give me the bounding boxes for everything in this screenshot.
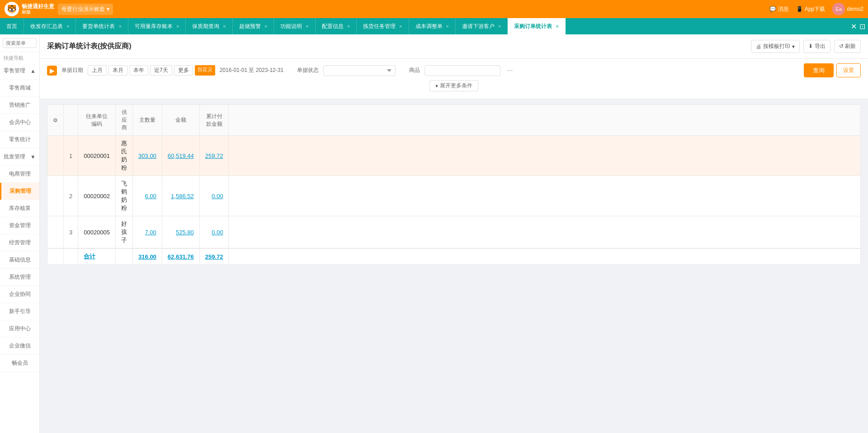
- btn-more-dates[interactable]: 更多: [174, 65, 193, 76]
- logo-area[interactable]: 🐯 畅捷通好生意 标版: [5, 2, 54, 16]
- tab-invite-customer[interactable]: 邀请下游客户 ×: [456, 18, 508, 34]
- action-buttons: 查询 设置: [804, 63, 861, 77]
- user-area[interactable]: Ea demo2: [832, 3, 863, 15]
- row-quantity[interactable]: 6.00: [133, 176, 162, 216]
- sidebar-item-retail-mgmt[interactable]: 零售管理 ▲: [0, 62, 39, 80]
- sidebar-item-retail-stats[interactable]: 零售统计: [0, 131, 39, 148]
- row-quantity[interactable]: 7.00: [133, 216, 162, 249]
- status-select[interactable]: [323, 65, 396, 76]
- date-range-display: 2016-01-01 至 2023-12-31: [220, 67, 283, 74]
- btn-this-month[interactable]: 本月: [108, 65, 127, 76]
- btn-this-year[interactable]: 本年: [129, 65, 148, 76]
- row-index: 1: [64, 136, 78, 176]
- tab-home[interactable]: 首页: [0, 18, 24, 34]
- sidebar-item-operation-mgmt[interactable]: 经营管理: [0, 234, 39, 252]
- search-input[interactable]: [3, 38, 37, 48]
- message-icon: 💬: [769, 6, 776, 12]
- sidebar-item-stock-check[interactable]: 库存核算: [0, 200, 39, 217]
- close-icon[interactable]: ×: [264, 24, 267, 29]
- row-index: 2: [64, 176, 78, 216]
- chevron-up-icon: ▲: [30, 68, 36, 74]
- tab-receive-summary[interactable]: 收发存汇总表 ×: [24, 18, 76, 34]
- row-amount[interactable]: 60,519.44: [162, 136, 199, 176]
- tab-warranty-query[interactable]: 保质期查询 ×: [186, 18, 232, 34]
- row-code: 00020005: [78, 216, 116, 249]
- message-btn[interactable]: 💬 消息: [769, 5, 789, 13]
- expand-more-button[interactable]: ▾ 展开更多条件: [429, 80, 478, 91]
- goods-input[interactable]: [425, 65, 500, 76]
- close-icon[interactable]: ×: [223, 24, 226, 29]
- page-header-actions: 🖨 按模板打印 ▾ ⬇ 导出 ↺ 刷新: [751, 40, 861, 53]
- sidebar-item-member-center[interactable]: 会员中心: [0, 114, 39, 131]
- sidebar-item-ecommerce-mgmt[interactable]: 电商管理: [0, 166, 39, 183]
- tab-config-info[interactable]: 配置信息 ×: [316, 18, 357, 34]
- row-quantity[interactable]: 303.00: [133, 136, 162, 176]
- row-supplier: 好孩子: [116, 216, 133, 249]
- tab-pick-task[interactable]: 拣货任务管理 ×: [357, 18, 409, 34]
- query-button[interactable]: 查询: [804, 63, 834, 77]
- main-layout: 快捷导航 零售管理 ▲ 零售商城 营销推广 会员中心 零售统计 批发管理 ▼ 电…: [0, 34, 868, 433]
- close-icon[interactable]: ×: [66, 24, 69, 29]
- sidebar-search-area: [0, 34, 39, 52]
- close-all-icon[interactable]: ✕: [851, 22, 857, 31]
- export-button[interactable]: ⬇ 导出: [803, 40, 830, 53]
- app-download-btn[interactable]: 📱 App下载: [796, 5, 825, 13]
- wholesale-mgmt-label: 批发管理: [4, 153, 25, 161]
- row-amount[interactable]: 1,586.52: [162, 176, 199, 216]
- tab-overstock-warning[interactable]: 超储预警 ×: [233, 18, 274, 34]
- close-icon[interactable]: ×: [399, 24, 402, 29]
- close-icon[interactable]: ×: [498, 24, 501, 29]
- top-bar-left: 🐯 畅捷通好生意 标版 母婴行业演示账套 ▾: [5, 2, 113, 16]
- th-code: 往来单位编码: [78, 105, 116, 136]
- tab-stock-ledger[interactable]: 可用量库存账本 ×: [128, 18, 186, 34]
- nav-tabs: 首页 收发存汇总表 × 要货单统计表 × 可用量库存账本 × 保质期查询 × 超…: [0, 18, 868, 34]
- close-icon[interactable]: ×: [446, 24, 449, 29]
- sidebar-item-vip-member[interactable]: 畅会员: [0, 355, 39, 372]
- tab-function-desc[interactable]: 功能说明 ×: [274, 18, 315, 34]
- footer-supplier-cell: [116, 248, 133, 265]
- quick-nav-label[interactable]: 快捷导航: [0, 52, 39, 62]
- tab-cost-adjust[interactable]: 成本调整单 ×: [409, 18, 456, 34]
- more-options-icon[interactable]: ···: [505, 67, 514, 75]
- sidebar-item-enterprise-collab[interactable]: 企业协同: [0, 286, 39, 303]
- sidebar: 快捷导航 零售管理 ▲ 零售商城 营销推广 会员中心 零售统计 批发管理 ▼ 电…: [0, 34, 40, 433]
- btn-7days[interactable]: 近7天: [150, 65, 172, 76]
- nav-tabs-right: ✕ ⊡: [851, 22, 868, 31]
- close-icon[interactable]: ×: [347, 24, 350, 29]
- sidebar-item-app-center[interactable]: 应用中心: [0, 320, 39, 338]
- sidebar-item-wholesale-mgmt[interactable]: 批发管理 ▼: [0, 148, 39, 166]
- sidebar-item-finance-mgmt[interactable]: 资金管理: [0, 217, 39, 234]
- sidebar-item-system-mgmt[interactable]: 系统管理: [0, 269, 39, 286]
- top-bar: 🐯 畅捷通好生意 标版 母婴行业演示账套 ▾ 💬 消息 📱 App下载 Ea d…: [0, 0, 868, 18]
- phone-icon: 📱: [796, 6, 803, 12]
- th-settings[interactable]: ⚙: [47, 105, 64, 136]
- close-icon[interactable]: ×: [306, 24, 308, 29]
- row-amount[interactable]: 525.80: [162, 216, 199, 249]
- row-paid-amount[interactable]: 0.00: [199, 216, 229, 249]
- sidebar-item-purchase-mgmt[interactable]: 采购管理: [0, 183, 39, 200]
- refresh-button[interactable]: ↺ 刷新: [834, 40, 861, 53]
- close-icon[interactable]: ×: [118, 24, 121, 29]
- tab-order-summary[interactable]: 要货单统计表 ×: [76, 18, 128, 34]
- table-footer-row: 合计 316.00 62,631.76 259.72: [47, 248, 861, 265]
- sidebar-item-new-guide[interactable]: 新手引导: [0, 303, 39, 320]
- row-paid-amount[interactable]: 0.00: [199, 176, 229, 216]
- sidebar-item-basic-info[interactable]: 基础信息: [0, 252, 39, 269]
- row-paid-amount[interactable]: 259.72: [199, 136, 229, 176]
- print-button[interactable]: 🖨 按模板打印 ▾: [751, 40, 800, 53]
- close-icon[interactable]: ×: [556, 24, 558, 29]
- settings-button[interactable]: 设置: [836, 63, 861, 77]
- close-icon[interactable]: ×: [176, 24, 179, 29]
- chevron-down-icon: ▾: [435, 83, 438, 89]
- sidebar-item-retail-store[interactable]: 零售商城: [0, 80, 39, 97]
- filter-toggle-button[interactable]: ▶: [47, 66, 57, 76]
- sidebar-item-marketing[interactable]: 营销推广: [0, 97, 39, 114]
- top-bar-right: 💬 消息 📱 App下载 Ea demo2: [769, 3, 863, 15]
- btn-last-month[interactable]: 上月: [88, 65, 107, 76]
- row-empty: [229, 176, 861, 216]
- tab-purchase-summary[interactable]: 采购订单统计表 ×: [508, 18, 565, 34]
- workspace-selector[interactable]: 母婴行业演示账套 ▾: [58, 4, 113, 15]
- sidebar-item-enterprise-wechat[interactable]: 企业微信: [0, 338, 39, 355]
- fullscreen-icon[interactable]: ⊡: [859, 22, 865, 31]
- logo-text: 畅捷通好生意 标版: [22, 3, 54, 15]
